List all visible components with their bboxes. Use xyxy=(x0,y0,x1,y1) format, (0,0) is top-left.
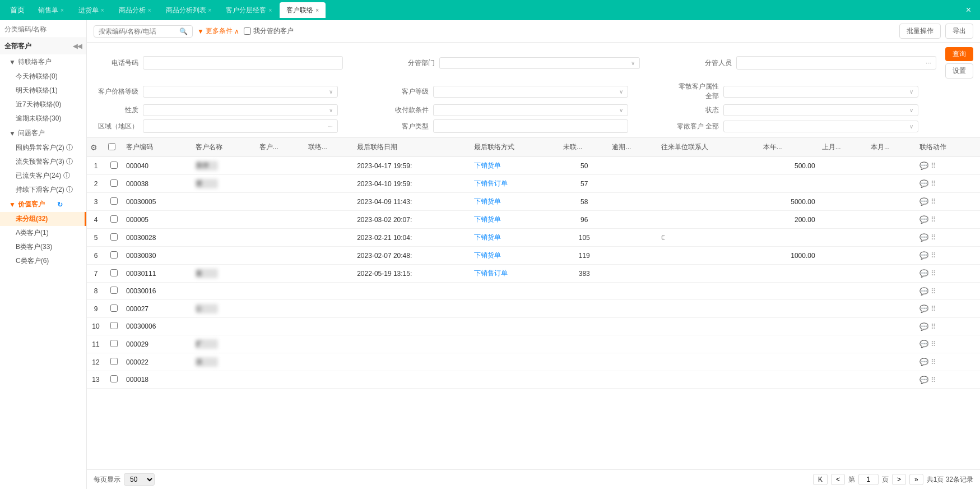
close-icon[interactable]: × xyxy=(61,7,64,13)
retail-customer-select[interactable]: ∨ xyxy=(723,121,918,132)
nav-home[interactable]: 首页 xyxy=(4,5,30,15)
chat-icon[interactable]: 💬 xyxy=(919,287,928,296)
my-customers-check[interactable] xyxy=(244,27,251,35)
sidebar-all-customers[interactable]: 全部客户 ◀◀ xyxy=(0,38,86,54)
nav-tab-sales[interactable]: 销售单 × xyxy=(31,2,71,18)
td-checkbox[interactable] xyxy=(105,211,123,229)
filter-search-icon[interactable]: 🔍 xyxy=(179,27,188,35)
nav-tab-purchase[interactable]: 进货单 × xyxy=(72,2,111,18)
last-method-link[interactable]: 下销货单 xyxy=(474,251,501,259)
sidebar-item-today-contact[interactable]: 今天待联络(0) xyxy=(0,70,86,84)
sidebar-item-hoarding-abnormal[interactable]: 囤购异常客户(2) ⓘ xyxy=(0,141,86,155)
my-customers-checkbox[interactable]: 我分管的客户 xyxy=(244,26,294,36)
last-method-link[interactable]: 下销货单 xyxy=(474,215,501,223)
close-icon[interactable]: × xyxy=(148,7,151,13)
chat-icon[interactable]: 💬 xyxy=(919,340,928,348)
row-checkbox[interactable] xyxy=(110,287,118,294)
th-checkbox[interactable] xyxy=(105,138,123,157)
sidebar-group-pending-contact[interactable]: ▼ 待联络客户 xyxy=(0,54,86,70)
reset-button[interactable]: 设置 xyxy=(945,63,973,79)
th-settings[interactable]: ⚙ xyxy=(87,138,105,157)
row-checkbox[interactable] xyxy=(110,358,118,365)
nav-tab-analysis-list[interactable]: 商品分析列表 × xyxy=(159,2,219,18)
close-icon[interactable]: × xyxy=(208,7,212,13)
chat-icon[interactable]: 💬 xyxy=(919,197,928,206)
grid-icon[interactable]: ⠿ xyxy=(931,179,936,188)
grid-icon[interactable]: ⠿ xyxy=(931,358,936,366)
customer-type-input[interactable] xyxy=(433,119,628,133)
chat-icon[interactable]: 💬 xyxy=(919,251,928,260)
chat-icon[interactable]: 💬 xyxy=(919,358,928,366)
status-select[interactable]: ∨ xyxy=(723,104,918,116)
settings-icon[interactable]: ⚙ xyxy=(90,143,97,152)
sidebar-item-declining[interactable]: 持续下滑客户(2) ⓘ xyxy=(0,183,86,197)
grid-icon[interactable]: ⠿ xyxy=(931,322,936,331)
nav-tab-customer-contact[interactable]: 客户联络 × xyxy=(280,2,326,18)
sidebar-group-problem-customers[interactable]: ▼ 问题客户 xyxy=(0,126,86,141)
grid-icon[interactable]: ⠿ xyxy=(931,376,936,384)
chat-icon[interactable]: 💬 xyxy=(919,233,928,242)
last-method-link[interactable]: 下销货单 xyxy=(474,197,501,205)
query-button[interactable]: 查询 xyxy=(945,47,973,61)
current-page-input[interactable] xyxy=(858,474,879,485)
last-method-link[interactable]: 下销售订单 xyxy=(474,179,508,187)
sidebar-item-unclassified[interactable]: 未分组(32) xyxy=(0,212,86,226)
grid-icon[interactable]: ⠿ xyxy=(931,215,936,224)
refresh-icon[interactable]: ↻ xyxy=(57,201,63,209)
manager-input[interactable]: ··· xyxy=(736,56,936,70)
td-checkbox[interactable] xyxy=(105,193,123,211)
row-checkbox[interactable] xyxy=(110,215,118,223)
td-checkbox[interactable] xyxy=(105,335,123,353)
td-checkbox[interactable] xyxy=(105,265,123,283)
grid-icon[interactable]: ⠿ xyxy=(931,305,936,313)
dept-select[interactable]: ∨ xyxy=(439,57,639,69)
phone-input[interactable] xyxy=(143,56,343,70)
batch-operation-button[interactable]: 批量操作 xyxy=(899,24,941,39)
td-checkbox[interactable] xyxy=(105,300,123,318)
chat-icon[interactable]: 💬 xyxy=(919,269,928,278)
grid-icon[interactable]: ⠿ xyxy=(931,287,936,296)
row-checkbox[interactable] xyxy=(110,251,118,259)
last-method-link[interactable]: 下销货单 xyxy=(474,162,501,169)
last-method-link[interactable]: 下销货单 xyxy=(474,233,501,241)
last-method-link[interactable]: 下销售订单 xyxy=(474,269,508,277)
chat-icon[interactable]: 💬 xyxy=(919,322,928,331)
sidebar-item-class-a[interactable]: A类客户(1) xyxy=(0,226,86,240)
next-page-button[interactable]: > xyxy=(892,474,906,485)
region-input[interactable]: ··· xyxy=(143,119,338,133)
payment-select[interactable]: ∨ xyxy=(433,104,628,116)
sidebar-search-input[interactable] xyxy=(4,25,87,33)
row-checkbox[interactable] xyxy=(110,233,118,241)
row-checkbox[interactable] xyxy=(110,269,118,276)
sidebar-item-churn-warning[interactable]: 流失预警客户(3) ⓘ xyxy=(0,155,86,169)
td-checkbox[interactable] xyxy=(105,247,123,265)
sidebar-item-tomorrow-contact[interactable]: 明天待联络(1) xyxy=(0,84,86,98)
customer-level-select[interactable]: ∨ xyxy=(433,86,628,98)
chat-icon[interactable]: 💬 xyxy=(919,305,928,313)
row-checkbox[interactable] xyxy=(110,305,118,312)
prev-page-button[interactable]: < xyxy=(831,474,845,485)
row-checkbox[interactable] xyxy=(110,322,118,329)
chat-icon[interactable]: 💬 xyxy=(919,179,928,188)
nature-select[interactable]: ∨ xyxy=(143,104,338,116)
page-size-dropdown[interactable]: 50 100 200 xyxy=(124,473,155,486)
td-checkbox[interactable] xyxy=(105,318,123,335)
grid-icon[interactable]: ⠿ xyxy=(931,197,936,206)
grid-icon[interactable]: ⠿ xyxy=(931,269,936,278)
close-icon[interactable]: × xyxy=(315,7,319,13)
chat-icon[interactable]: 💬 xyxy=(919,376,928,384)
sidebar-item-class-b[interactable]: B类客户(33) xyxy=(0,240,86,254)
last-page-button[interactable]: » xyxy=(909,474,923,485)
td-checkbox[interactable] xyxy=(105,283,123,300)
filter-search-input[interactable] xyxy=(99,27,177,35)
grid-icon[interactable]: ⠿ xyxy=(931,251,936,260)
td-checkbox[interactable] xyxy=(105,157,123,175)
export-button[interactable]: 导出 xyxy=(945,24,973,39)
row-checkbox[interactable] xyxy=(110,375,118,382)
close-icon[interactable]: × xyxy=(101,7,104,13)
td-checkbox[interactable] xyxy=(105,175,123,193)
row-checkbox[interactable] xyxy=(110,197,118,205)
close-icon[interactable]: × xyxy=(268,7,272,13)
sidebar-item-7days-contact[interactable]: 近7天待联络(0) xyxy=(0,98,86,112)
row-checkbox[interactable] xyxy=(110,162,118,169)
